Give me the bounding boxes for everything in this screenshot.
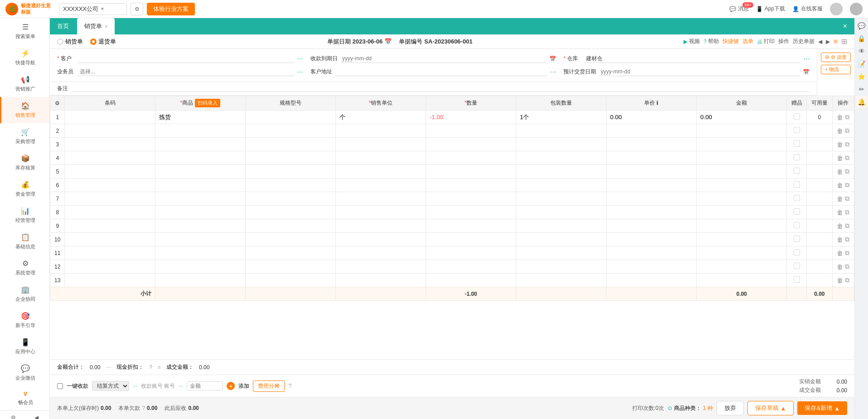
payment-due-input[interactable] [340, 54, 547, 63]
select-btn[interactable]: 选单 [742, 38, 753, 45]
row-unitprice-6[interactable] [606, 192, 696, 206]
row-quantity-6[interactable] [426, 192, 516, 206]
row-product-7[interactable] [155, 206, 245, 219]
row-amount-9[interactable] [697, 233, 787, 246]
operate-btn[interactable]: 操作 [778, 38, 789, 45]
sidebar-item-wechat[interactable]: 💬 企业微信 [0, 360, 49, 386]
row-pkgqty-10[interactable] [516, 246, 606, 260]
row-quantity-0[interactable] [426, 111, 516, 124]
row-delete-icon[interactable]: 🗑 [837, 154, 843, 162]
payment-amount-input[interactable] [187, 381, 223, 390]
row-product-3[interactable] [155, 151, 245, 165]
row-delete-icon[interactable]: 🗑 [837, 263, 843, 270]
row-unitprice-10[interactable] [606, 246, 696, 260]
row-gift-3[interactable] [787, 151, 807, 165]
row-delete-icon[interactable]: 🗑 [837, 182, 843, 189]
addr-dots[interactable]: ··· [550, 68, 556, 76]
sidebar-item-system[interactable]: ⚙ 系统管理 [0, 255, 49, 281]
row-gift-10[interactable] [787, 246, 807, 260]
online-service-action[interactable]: 👤 在线客服 [792, 5, 823, 13]
row-delete-icon[interactable]: 🗑 [837, 222, 843, 230]
row-unit-9[interactable] [335, 233, 426, 246]
tab-sales-order[interactable]: 销货单 × [77, 18, 115, 34]
sidebar-item-app-center[interactable]: 📱 应用中心 [0, 333, 49, 360]
row-delete-icon[interactable]: 🗑 [837, 114, 843, 121]
help-btn[interactable]: ? 帮助 [703, 38, 719, 45]
row-quantity-1[interactable] [426, 124, 516, 138]
row-unit-6[interactable] [335, 192, 426, 206]
sale-radio[interactable]: 销货单 [57, 38, 83, 46]
row-barcode-2[interactable] [65, 138, 155, 151]
row-unitprice-11[interactable] [606, 260, 696, 274]
row-amount-2[interactable] [697, 138, 787, 151]
row-amount-4[interactable] [697, 165, 787, 178]
discard-button[interactable]: 放弃 [717, 401, 744, 415]
row-product-8[interactable] [155, 219, 245, 233]
expected-cal-icon[interactable]: 📅 [803, 69, 810, 75]
row-gift-2[interactable] [787, 138, 807, 151]
print-btn[interactable]: 🖨 打印 [757, 38, 775, 45]
row-product-11[interactable] [155, 260, 245, 274]
row-spec-8[interactable] [245, 219, 335, 233]
row-unitprice-9[interactable] [606, 233, 696, 246]
sidebar-item-sales[interactable]: 🏠 销售管理 [0, 97, 49, 123]
row-barcode-5[interactable] [65, 178, 155, 192]
row-barcode-8[interactable] [65, 219, 155, 233]
row-barcode-10[interactable] [65, 246, 155, 260]
row-gift-1[interactable] [787, 124, 807, 138]
row-spec-12[interactable] [245, 274, 335, 287]
row-amount-1[interactable] [697, 124, 787, 138]
grid-view-icon[interactable]: ⊞ [841, 37, 847, 46]
row-barcode-1[interactable] [65, 124, 155, 138]
trial-button[interactable]: 体验行业方案 [147, 3, 195, 15]
settings-button[interactable]: ⚙ [131, 3, 143, 15]
row-pkgqty-2[interactable] [516, 138, 606, 151]
discount-help[interactable]: ? [149, 364, 152, 371]
row-quantity-4[interactable] [426, 165, 516, 178]
row-product-4[interactable] [155, 165, 245, 178]
expected-date-input[interactable] [599, 67, 800, 76]
row-unitprice-1[interactable] [606, 124, 696, 138]
row-product-0[interactable] [155, 111, 245, 124]
product-kind-icon[interactable]: ⊙ [668, 405, 672, 411]
save-new-button[interactable]: 保存&新增 ▲ [797, 401, 847, 415]
sidebar-collapse-icon[interactable]: ◀ [34, 414, 39, 419]
row-copy-icon[interactable]: ⧉ [845, 127, 849, 135]
customer-addr-input[interactable] [335, 67, 548, 76]
row-pkgqty-7[interactable] [516, 206, 606, 219]
row-pkgqty-8[interactable] [516, 219, 606, 233]
row-copy-icon[interactable]: ⧉ [845, 208, 849, 216]
row-delete-icon[interactable]: 🗑 [837, 195, 843, 202]
row-spec-3[interactable] [245, 151, 335, 165]
calendar-icon[interactable]: 📅 [384, 38, 392, 45]
row-amount-0[interactable] [697, 111, 787, 124]
row-product-2[interactable] [155, 138, 245, 151]
sidebar-item-quick-nav[interactable]: ⚡ 快捷导航 [0, 44, 49, 71]
row-spec-4[interactable] [245, 165, 335, 178]
salesperson-dots[interactable]: ··· [297, 68, 303, 76]
one-click-checkbox[interactable] [57, 383, 63, 389]
row-spec-2[interactable] [245, 138, 335, 151]
row-delete-icon[interactable]: 🗑 [837, 127, 843, 135]
sidebar-item-inventory[interactable]: 📦 库存核算 [0, 149, 49, 176]
row-amount-3[interactable] [697, 151, 787, 165]
row-unitprice-2[interactable] [606, 138, 696, 151]
row-quantity-7[interactable] [426, 206, 516, 219]
row-quantity-10[interactable] [426, 246, 516, 260]
payment-method-dots[interactable]: ··· [133, 383, 137, 389]
row-quantity-2[interactable] [426, 138, 516, 151]
row-copy-icon[interactable]: ⧉ [845, 249, 849, 257]
warehouse-dots[interactable]: ··· [804, 55, 810, 63]
row-barcode-0[interactable] [65, 111, 155, 124]
nav-prev-icon[interactable]: ◀ [818, 39, 822, 45]
sidebar-item-finance[interactable]: 💰 资金管理 [0, 176, 49, 202]
company-selector[interactable]: XXXXXX公司 ▼ [59, 3, 127, 15]
row-unit-8[interactable] [335, 219, 426, 233]
row-pkgqty-0[interactable] [516, 111, 606, 124]
row-gift-8[interactable] [787, 219, 807, 233]
row-gift-4[interactable] [787, 165, 807, 178]
row-unit-7[interactable] [335, 206, 426, 219]
window-close-button[interactable]: × [839, 22, 851, 30]
row-unit-2[interactable] [335, 138, 426, 151]
row-unitprice-0[interactable] [606, 111, 696, 124]
